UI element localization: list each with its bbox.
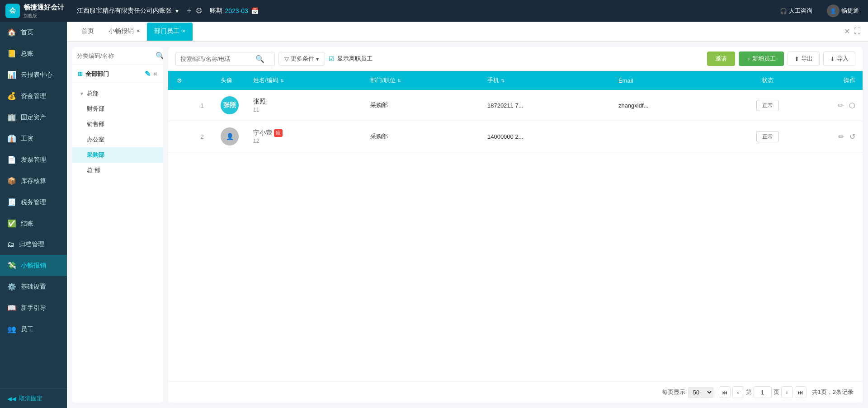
page-number-input[interactable] bbox=[754, 386, 772, 398]
period-label: 账期 bbox=[210, 7, 222, 15]
employee-search-input[interactable] bbox=[180, 56, 253, 62]
user-area[interactable]: 👤 畅捷通 bbox=[823, 3, 863, 19]
th-name-code[interactable]: 姓名/编码 ⇅ bbox=[246, 71, 363, 90]
last-page-btn[interactable]: ⏭ bbox=[795, 386, 807, 398]
per-page-dropdown[interactable]: 50 10 20 100 bbox=[688, 387, 713, 398]
employee-table: ⚙ 头像 姓名/编码 ⇅ bbox=[168, 71, 863, 381]
td-row2-num: 2 bbox=[191, 121, 213, 152]
company-selector[interactable]: 江西服宝精品有限责任公司内账张 ▾ bbox=[72, 5, 183, 17]
sidebar-item-assets[interactable]: 🏢 固定资产 bbox=[0, 107, 67, 128]
delete-icon-row2[interactable]: ↺ bbox=[849, 132, 855, 141]
sidebar-item-close[interactable]: ✅ 结账 bbox=[0, 213, 67, 234]
th-name-code-label: 姓名/编码 bbox=[253, 76, 278, 84]
th-settings[interactable]: ⚙ bbox=[168, 71, 191, 90]
sidebar-item-salary[interactable]: 👔 工资 bbox=[0, 128, 67, 149]
th-dept-pos[interactable]: 部门/职位 ⇅ bbox=[363, 71, 480, 90]
tab-dept-employee[interactable]: 部门员工 × bbox=[147, 23, 193, 41]
th-phone[interactable]: 手机 ⇅ bbox=[480, 71, 611, 90]
dept-node-caiwu[interactable]: 财务部 bbox=[72, 101, 163, 117]
sidebar-item-inventory[interactable]: 📦 库存核算 bbox=[0, 170, 67, 192]
sidebar-item-reports[interactable]: 📊 云报表中心 bbox=[0, 64, 67, 85]
export-btn[interactable]: ⬆ 导出 bbox=[788, 52, 820, 66]
sidebar-item-settings[interactable]: ⚙️ 基础设置 bbox=[0, 276, 67, 297]
page-unit: 页 bbox=[774, 388, 779, 396]
content-area: 首页 小畅报销 × 部门员工 × ✕ ⛶ 🔍 bbox=[67, 22, 868, 408]
invite-btn[interactable]: 邀请 bbox=[707, 52, 735, 66]
tab-dept-employee-label: 部门员工 bbox=[154, 27, 179, 35]
table-footer: 每页显示 50 10 20 100 ⏮ ‹ 第 页 bbox=[168, 381, 863, 403]
pin-icon: ◀◀ bbox=[7, 395, 16, 402]
page-label: 第 bbox=[746, 388, 752, 396]
dropdown-icon: ▾ bbox=[175, 7, 179, 14]
sidebar-item-funds[interactable]: 💰 资金管理 bbox=[0, 85, 67, 107]
filter-btn[interactable]: ▽ 更多条件 ▾ bbox=[278, 52, 325, 66]
edit-icon-row2[interactable]: ✏ bbox=[838, 132, 844, 141]
td-row1-status: 正常 bbox=[727, 90, 808, 121]
support-btn[interactable]: 🎧 人工咨询 bbox=[776, 5, 816, 17]
edit-dept-icon[interactable]: ✎ bbox=[145, 70, 151, 78]
collapse-icon[interactable]: « bbox=[153, 70, 157, 78]
td-row1-dept: 采购部 bbox=[363, 90, 480, 121]
settings-icon[interactable]: ⚙ bbox=[195, 6, 203, 16]
tab-expense[interactable]: 小畅报销 × bbox=[101, 23, 147, 41]
dept-node-bangongshi[interactable]: 办公室 bbox=[72, 132, 163, 147]
dept-node-xiaoshou-label: 销售部 bbox=[87, 120, 104, 128]
avatar-person-icon: 👤 bbox=[226, 133, 234, 140]
first-page-btn[interactable]: ⏮ bbox=[719, 386, 731, 398]
dept-node-xiaoshou[interactable]: 销售部 bbox=[72, 117, 163, 132]
dept-node-caigou[interactable]: 采购部 bbox=[72, 147, 163, 163]
dept-search-input[interactable] bbox=[77, 52, 153, 59]
td-row2-name: 宁小壹 应 12 bbox=[246, 121, 363, 152]
logo-area: 会 畅捷通好会计 旗舰版 bbox=[5, 3, 72, 19]
sidebar-item-employees[interactable]: 👥 员工 bbox=[0, 319, 67, 340]
tab-close-icon[interactable]: ✕ bbox=[844, 27, 850, 36]
unpin-btn[interactable]: ◀◀ 取消固定 bbox=[0, 389, 67, 408]
employees-icon: 👥 bbox=[7, 325, 16, 333]
invite-label: 邀请 bbox=[715, 55, 727, 62]
td-row1-phone: 18720211 7... bbox=[480, 90, 611, 121]
status-badge-row2: 正常 bbox=[756, 131, 779, 142]
sidebar-label-reports: 云报表中心 bbox=[21, 71, 52, 79]
calendar-icon[interactable]: 📅 bbox=[251, 7, 259, 14]
edit-icon-row1[interactable]: ✏ bbox=[838, 101, 844, 110]
sidebar-label-invoice: 发票管理 bbox=[21, 156, 46, 164]
show-resigned[interactable]: ☑ 显示离职员工 bbox=[329, 55, 373, 63]
th-avatar: 头像 bbox=[213, 71, 246, 90]
sidebar-item-guide[interactable]: 📖 新手引导 bbox=[0, 297, 67, 319]
sidebar-label-employees: 员工 bbox=[21, 325, 33, 333]
pagination: ⏮ ‹ 第 页 › ⏭ bbox=[719, 386, 807, 398]
tab-dept-employee-close[interactable]: × bbox=[182, 28, 185, 34]
logo-text: 畅捷通好会计 bbox=[24, 3, 64, 12]
dept-node-zongbu2[interactable]: 总 部 bbox=[72, 163, 163, 178]
th-email: Email bbox=[611, 71, 727, 90]
dept-node-zongbu2-label: 总 部 bbox=[87, 166, 100, 174]
add-employee-btn[interactable]: + 新增员工 bbox=[739, 52, 784, 66]
archive-icon: 🗂 bbox=[7, 240, 14, 249]
sidebar-item-archive[interactable]: 🗂 归档管理 bbox=[0, 234, 67, 255]
sidebar-item-ledger[interactable]: 📒 总账 bbox=[0, 43, 67, 64]
period-area: 账期 2023-03 📅 bbox=[210, 7, 259, 15]
tab-bar-actions: ✕ ⛶ bbox=[844, 27, 861, 36]
tab-expand-icon[interactable]: ⛶ bbox=[854, 27, 861, 36]
search-icon[interactable]: 🔍 bbox=[255, 55, 264, 63]
sidebar-item-expense[interactable]: 💸 小畅报销 bbox=[0, 255, 67, 276]
headset-icon: 🎧 bbox=[780, 8, 787, 14]
tab-expense-close[interactable]: × bbox=[137, 28, 140, 34]
next-page-btn[interactable]: › bbox=[781, 386, 793, 398]
dept-node-zongbu[interactable]: ▼ 总部 bbox=[72, 86, 163, 101]
prev-page-btn[interactable]: ‹ bbox=[732, 386, 744, 398]
table-header-row: ⚙ 头像 姓名/编码 ⇅ bbox=[168, 71, 863, 90]
tab-home[interactable]: 首页 bbox=[74, 23, 101, 41]
logout-icon-row1[interactable]: ⬡ bbox=[849, 101, 855, 110]
reports-icon: 📊 bbox=[7, 70, 16, 79]
import-btn[interactable]: ⬇ 导入 bbox=[823, 52, 855, 66]
sidebar-item-tax[interactable]: 🧾 税务管理 bbox=[0, 192, 67, 213]
employee-toolbar: 🔍 ▽ 更多条件 ▾ ☑ 显示离职员工 邀请 bbox=[168, 47, 863, 71]
sidebar-item-home[interactable]: 🏠 首页 bbox=[0, 22, 67, 43]
dept-search-icon[interactable]: 🔍 bbox=[156, 52, 163, 60]
sidebar-item-invoice[interactable]: 📄 发票管理 bbox=[0, 149, 67, 170]
logo-icon: 会 bbox=[5, 4, 20, 18]
avatar-row2: 👤 bbox=[221, 127, 239, 145]
grid-icon: ⊞ bbox=[78, 70, 83, 77]
company-name: 江西服宝精品有限责任公司内账张 bbox=[77, 7, 172, 15]
